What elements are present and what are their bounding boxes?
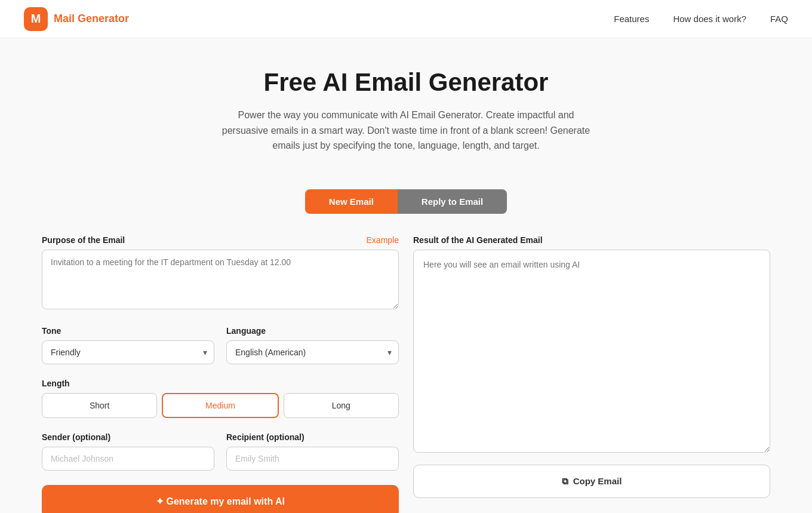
length-buttons: Short Medium Long	[42, 393, 399, 418]
purpose-textarea[interactable]	[42, 250, 399, 309]
reply-email-tab[interactable]: Reply to Email	[398, 189, 507, 214]
language-field: Language English (American) English (Bri…	[226, 326, 399, 364]
purpose-label: Purpose of the Email	[42, 235, 125, 245]
recipient-label: Recipient (optional)	[226, 432, 399, 442]
nav-how-it-works-link[interactable]: How does it work?	[673, 14, 746, 24]
main-content: Purpose of the Email Example Tone Friend…	[18, 235, 794, 513]
hero-subtitle: Power the way you communicate with AI Em…	[215, 107, 597, 153]
language-select[interactable]: English (American) English (British) Spa…	[226, 340, 399, 364]
copy-icon: ⧉	[562, 476, 568, 487]
result-label: Result of the AI Generated Email	[413, 235, 770, 245]
copy-email-button[interactable]: ⧉ Copy Email	[413, 465, 770, 498]
right-panel: Result of the AI Generated Email ⧉ Copy …	[413, 235, 770, 513]
recipient-field: Recipient (optional)	[226, 432, 399, 471]
length-short-btn[interactable]: Short	[42, 393, 157, 418]
purpose-field: Purpose of the Email Example	[42, 235, 399, 312]
new-email-tab[interactable]: New Email	[305, 189, 398, 214]
tone-field: Tone Friendly Formal Casual Professional…	[42, 326, 214, 364]
purpose-label-row: Purpose of the Email Example	[42, 235, 399, 245]
page-title: Free AI Email Generator	[12, 68, 800, 97]
logo: M Mail Generator	[24, 7, 129, 31]
email-type-toggle: New Email Reply to Email	[0, 189, 812, 214]
sender-input[interactable]	[42, 447, 214, 471]
example-link[interactable]: Example	[367, 235, 399, 245]
tone-select[interactable]: Friendly Formal Casual Professional Pers…	[42, 340, 214, 364]
logo-text: Mail Generator	[54, 13, 129, 25]
length-section: Length Short Medium Long	[42, 379, 399, 418]
logo-icon: M	[24, 7, 48, 31]
copy-label: Copy Email	[573, 476, 622, 486]
nav-links: Features How does it work? FAQ	[614, 14, 788, 24]
result-textarea[interactable]	[413, 250, 770, 453]
length-long-btn[interactable]: Long	[284, 393, 399, 418]
language-label: Language	[226, 326, 399, 336]
nav-faq-link[interactable]: FAQ	[770, 14, 788, 24]
hero-section: Free AI Email Generator Power the way yo…	[0, 38, 812, 189]
recipient-input[interactable]	[226, 447, 399, 471]
tone-select-wrapper: Friendly Formal Casual Professional Pers…	[42, 340, 214, 364]
left-panel: Purpose of the Email Example Tone Friend…	[42, 235, 399, 513]
generate-button[interactable]: ✦ Generate my email with AI	[42, 485, 399, 513]
tone-label: Tone	[42, 326, 214, 336]
navbar: M Mail Generator Features How does it wo…	[0, 0, 812, 38]
toggle-container: New Email Reply to Email	[305, 189, 507, 214]
tone-language-row: Tone Friendly Formal Casual Professional…	[42, 326, 399, 364]
sender-field: Sender (optional)	[42, 432, 214, 471]
sender-label: Sender (optional)	[42, 432, 214, 442]
nav-features-link[interactable]: Features	[614, 14, 649, 24]
length-label: Length	[42, 379, 399, 388]
language-select-wrapper: English (American) English (British) Spa…	[226, 340, 399, 364]
length-medium-btn[interactable]: Medium	[162, 393, 278, 418]
sender-recipient-row: Sender (optional) Recipient (optional)	[42, 432, 399, 471]
